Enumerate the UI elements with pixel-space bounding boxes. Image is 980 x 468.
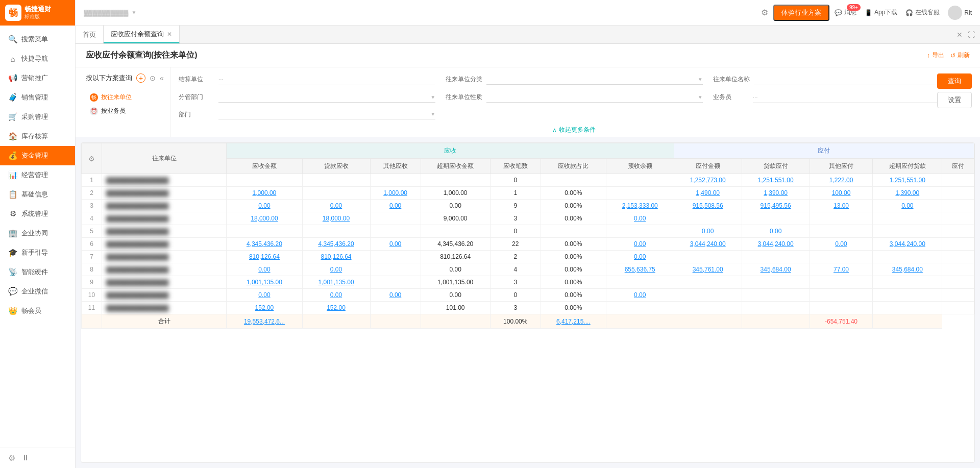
- page-area: 应收应付余额查询(按往来单位) ↑ 导出 ↺ 刷新 按以下方案查询: [76, 44, 980, 468]
- filter-item-counterpart-category: 往来单位分类 ▼: [446, 73, 702, 85]
- total-ar-prepay[interactable]: 6,417,215....: [541, 314, 606, 329]
- table-row: 5▓▓▓▓▓▓▓▓▓▓▓▓▓▓00.000.00: [82, 225, 974, 238]
- phone-icon: 📱: [865, 9, 872, 16]
- headset-icon: 🎧: [905, 9, 913, 16]
- sidebar-item-corp[interactable]: 🏢 企业协同: [0, 224, 75, 243]
- filter-item-counterpart-name: 往来单位名称: [713, 73, 970, 85]
- table-settings-icon[interactable]: ⚙: [88, 155, 95, 163]
- sidebar-menu: 🔍 搜索菜单 ⌂ 快捷导航 📢 营销推广 🧳 销售管理 🛒 采购管理 🏠 库存核…: [0, 26, 75, 448]
- sidebar-item-newbie[interactable]: 🎓 新手引导: [0, 243, 75, 262]
- counterpart-name[interactable]: ▓▓▓▓▓▓▓▓▓▓▓▓▓▓: [102, 251, 227, 263]
- counterpart-name[interactable]: ▓▓▓▓▓▓▓▓▓▓▓▓▓▓: [102, 174, 227, 187]
- ar-prepay-header: 预收余额: [606, 159, 674, 174]
- counterpart-name[interactable]: ▓▓▓▓▓▓▓▓▓▓▓▓▓▓: [102, 187, 227, 200]
- expand-tab-button[interactable]: ⛶: [967, 30, 976, 40]
- ap-overdue-header: 超期应付货款: [873, 159, 942, 174]
- tab-ar-query[interactable]: 应收应付余额查询 ✕: [104, 26, 180, 43]
- gear-icon[interactable]: ⚙: [761, 8, 768, 17]
- close-tab-button[interactable]: ✕: [955, 30, 964, 40]
- table-row: 1▓▓▓▓▓▓▓▓▓▓▓▓▓▓01,252,773.001,251,551.00…: [82, 174, 974, 187]
- settings-col-header[interactable]: ⚙: [82, 143, 102, 174]
- sidebar-item-member[interactable]: 👑 畅会员: [0, 301, 75, 321]
- tab-home[interactable]: 首页: [76, 26, 104, 43]
- purchase-icon: 🛒: [8, 112, 17, 121]
- sidebar-item-purchase[interactable]: 🛒 采购管理: [0, 107, 75, 127]
- ap-col-header: 应付: [942, 159, 974, 174]
- pause-icon[interactable]: ⏸: [21, 453, 30, 463]
- export-icon: ↑: [927, 52, 930, 59]
- settlement-unit-select[interactable]: ···: [218, 73, 435, 85]
- ar-overdue-header: 超期应收金额: [421, 159, 490, 174]
- message-button[interactable]: 💬 消息 99+: [835, 8, 856, 17]
- query-button[interactable]: 查询: [937, 73, 972, 89]
- sidebar-item-search[interactable]: 🔍 搜索菜单: [0, 30, 75, 49]
- counterpart-col-header: 往来单位: [102, 143, 227, 174]
- table-row: 3▓▓▓▓▓▓▓▓▓▓▓▓▓▓0.000.000.000.0090.00%2,1…: [82, 200, 974, 212]
- sidebar-item-system[interactable]: ⚙ 系统管理: [0, 204, 75, 224]
- counterpart-name[interactable]: ▓▓▓▓▓▓▓▓▓▓▓▓▓▓: [102, 238, 227, 251]
- filter-left: 按以下方案查询 + ⊙ « 畅 按往来单位 ⏰ 按业务员: [86, 67, 170, 137]
- dept-arrow-icon: ▼: [430, 94, 435, 100]
- counterpart-name[interactable]: ▓▓▓▓▓▓▓▓▓▓▓▓▓▓: [102, 225, 227, 238]
- main-content: 首页 应收应付余额查询 ✕ ✕ ⛶ 应收应付余额查询(按往来单位) ↑ 导出: [76, 26, 980, 468]
- table-row: 2▓▓▓▓▓▓▓▓▓▓▓▓▓▓1,000.001,000.001,000.001…: [82, 187, 974, 200]
- ar-loan-header: 贷款应收: [302, 159, 370, 174]
- table-row: 8▓▓▓▓▓▓▓▓▓▓▓▓▓▓0.000.000.0040.00%655,636…: [82, 263, 974, 276]
- dept-manager-select[interactable]: ▼: [218, 92, 435, 103]
- counterpart-nature-select[interactable]: ▼: [486, 92, 702, 103]
- filter-config-icon[interactable]: ⊙: [150, 74, 156, 82]
- filter-schemes: 畅 按往来单位 ⏰ 按业务员: [86, 88, 164, 120]
- sidebar-item-marketing[interactable]: 📢 营销推广: [0, 68, 75, 88]
- filter-item-dept-manager: 分管部门 ▼: [179, 91, 435, 103]
- app-download-button[interactable]: 📱 App下载: [865, 8, 897, 17]
- sidebar-item-funds[interactable]: 💰 资金管理: [0, 146, 75, 165]
- counterpart-name[interactable]: ▓▓▓▓▓▓▓▓▓▓▓▓▓▓: [102, 263, 227, 276]
- counterpart-category-select[interactable]: ▼: [486, 75, 702, 85]
- sidebar-item-basic[interactable]: 📋 基础信息: [0, 185, 75, 204]
- counterpart-name[interactable]: ▓▓▓▓▓▓▓▓▓▓▓▓▓▓: [102, 302, 227, 314]
- ar-other-header: 其他应收: [370, 159, 421, 174]
- scheme-by-unit[interactable]: 畅 按往来单位: [86, 91, 164, 104]
- sidebar-item-inventory[interactable]: 🏠 库存核算: [0, 127, 75, 146]
- sidebar-item-wechat[interactable]: 💬 企业微信: [0, 282, 75, 301]
- collapse-button[interactable]: ∧ 收起更多条件: [552, 126, 596, 134]
- sidebar: 畅 畅捷通财 标准版 🔍 搜索菜单 ⌂ 快捷导航 📢 营销推广 🧳 销售管理 🛒…: [0, 0, 76, 468]
- hardware-icon: 📡: [8, 267, 17, 277]
- scheme-by-staff[interactable]: ⏰ 按业务员: [86, 105, 164, 117]
- table-row: 4▓▓▓▓▓▓▓▓▓▓▓▓▓▓18,000.0018,000.009,000.0…: [82, 212, 974, 225]
- sidebar-item-quick[interactable]: ⌂ 快捷导航: [0, 49, 75, 68]
- data-table: ⚙ 往来单位 应收 应付 应收金额 贷款应收 其他应收 超期应收金额 应收笔数 …: [81, 143, 974, 329]
- filter-collapse-left-icon[interactable]: «: [160, 74, 164, 82]
- member-icon: 👑: [8, 306, 17, 315]
- ap-group-header: 应付: [674, 143, 974, 159]
- sidebar-item-ops[interactable]: 📊 经营管理: [0, 165, 75, 185]
- user-info[interactable]: Rit: [948, 6, 972, 20]
- filter-add-button[interactable]: +: [136, 73, 145, 83]
- service-button[interactable]: 🎧 在线客服: [905, 8, 940, 17]
- filter-container: 按以下方案查询 + ⊙ « 畅 按往来单位 ⏰ 按业务员: [76, 67, 980, 137]
- counterpart-name[interactable]: ▓▓▓▓▓▓▓▓▓▓▓▓▓▓: [102, 212, 227, 225]
- sidebar-item-sales[interactable]: 🧳 销售管理: [0, 88, 75, 107]
- breadcrumb: ▓▓▓▓▓▓▓▓▓▓ ▼: [84, 9, 756, 16]
- collapse-row: ∧ 收起更多条件: [179, 122, 970, 137]
- table-row: 11▓▓▓▓▓▓▓▓▓▓▓▓▓▓152.00152.00101.0030.00%: [82, 302, 974, 314]
- scheme-staff-icon: ⏰: [90, 107, 98, 115]
- settings-button[interactable]: 设置: [937, 92, 972, 108]
- dept-select[interactable]: ▼: [218, 109, 435, 119]
- counterpart-name[interactable]: ▓▓▓▓▓▓▓▓▓▓▓▓▓▓: [102, 276, 227, 289]
- refresh-button[interactable]: ↺ 刷新: [950, 51, 970, 60]
- corp-icon: 🏢: [8, 229, 17, 238]
- filter-right: 结算单位 ··· 往来单位分类 ▼ 往来单位名称: [170, 67, 970, 137]
- counterpart-name[interactable]: ▓▓▓▓▓▓▓▓▓▓▓▓▓▓: [102, 200, 227, 212]
- counterpart-name[interactable]: ▓▓▓▓▓▓▓▓▓▓▓▓▓▓: [102, 289, 227, 302]
- wechat-icon: 💬: [8, 287, 17, 296]
- promo-button[interactable]: 体验行业方案: [773, 5, 829, 21]
- settings-bottom-icon[interactable]: ⚙: [8, 453, 15, 463]
- total-ar-amount[interactable]: 19,553,472,6...: [227, 314, 302, 329]
- sidebar-item-hardware[interactable]: 📡 智能硬件: [0, 262, 75, 282]
- ap-amount-header: 应付金额: [674, 159, 742, 174]
- filter-item-salesperson: 业务员 ···: [713, 91, 970, 103]
- nature-arrow-icon: ▼: [698, 94, 703, 100]
- export-button[interactable]: ↑ 导出: [927, 51, 944, 60]
- tab-close-icon[interactable]: ✕: [167, 31, 172, 38]
